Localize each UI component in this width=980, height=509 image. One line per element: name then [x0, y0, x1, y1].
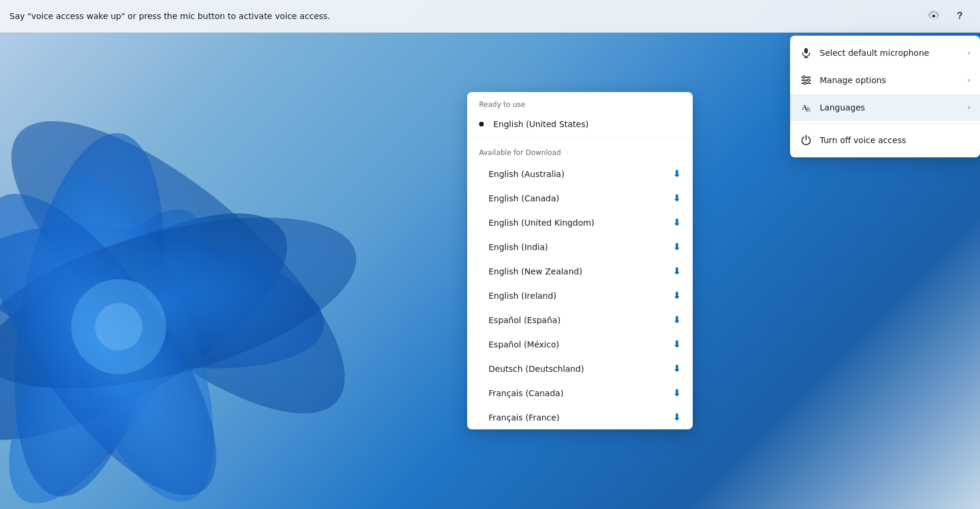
download-language-name: English (Canada): [489, 194, 559, 203]
download-language-name: Français (France): [489, 413, 560, 422]
download-language-name: English (New Zealand): [489, 267, 582, 276]
languages-svg: A あ: [801, 102, 811, 113]
active-bullet: [479, 122, 484, 127]
download-item-english-australia[interactable]: English (Australia) ⬇: [467, 162, 693, 186]
download-language-name: English (Australia): [489, 169, 564, 179]
svg-point-18: [804, 82, 806, 84]
download-item-english-nz[interactable]: English (New Zealand) ⬇: [467, 259, 693, 283]
menu-item-manage-options[interactable]: Manage options ›: [790, 67, 980, 94]
manage-options-label: Manage options: [820, 75, 960, 85]
svg-point-17: [807, 79, 810, 81]
download-icon: ⬇: [673, 363, 681, 374]
download-item-francais-canada[interactable]: Français (Canada) ⬇: [467, 381, 693, 405]
help-button[interactable]: ?: [949, 5, 971, 27]
turn-off-label: Turn off voice access: [820, 135, 971, 145]
languages-icon: A あ: [800, 101, 813, 114]
settings-button[interactable]: [923, 5, 944, 27]
languages-label: Languages: [820, 103, 960, 112]
context-menu: Select default microphone › Manage optio…: [790, 36, 980, 157]
menu-item-turn-off[interactable]: Turn off voice access: [790, 127, 980, 154]
download-language-name: English (India): [489, 242, 548, 252]
bloom-wallpaper: [0, 30, 475, 505]
download-icon: ⬇: [673, 290, 681, 301]
microphone-icon: [800, 46, 813, 59]
chevron-right-icon: ›: [968, 49, 971, 57]
languages-panel: Ready to use English (United States) Ava…: [467, 92, 693, 429]
download-icon: ⬇: [673, 314, 681, 325]
top-bar-icons: ?: [923, 5, 971, 27]
download-icon: ⬇: [673, 412, 681, 423]
download-icon: ⬇: [673, 387, 681, 399]
download-item-english-canada[interactable]: English (Canada) ⬇: [467, 186, 693, 210]
ready-language-name: English (United States): [493, 119, 589, 129]
top-bar: Say "voice access wake up" or press the …: [0, 0, 980, 33]
menu-item-select-microphone[interactable]: Select default microphone ›: [790, 39, 980, 67]
svg-text:あ: あ: [805, 106, 811, 112]
download-icon: ⬇: [673, 192, 681, 204]
ready-label: Ready to use: [467, 92, 693, 113]
mic-svg: [801, 48, 811, 58]
download-item-deutsch[interactable]: Deutsch (Deutschland) ⬇: [467, 356, 693, 381]
gear-icon: [928, 10, 940, 22]
download-icon: ⬇: [673, 217, 681, 228]
download-language-name: Español (México): [489, 340, 559, 349]
menu-item-languages[interactable]: A あ Languages ›: [790, 94, 980, 121]
download-language-name: Français (Canada): [489, 388, 563, 398]
section-divider: [467, 137, 693, 138]
power-icon: [800, 134, 813, 147]
download-language-name: Deutsch (Deutschland): [489, 364, 584, 374]
download-icon: ⬇: [673, 339, 681, 350]
chevron-right-icon: ›: [968, 76, 971, 84]
manage-options-svg: [801, 75, 811, 86]
download-item-english-uk[interactable]: English (United Kingdom) ⬇: [467, 210, 693, 235]
chevron-right-icon: ›: [968, 103, 971, 112]
download-language-name: English (Ireland): [489, 291, 556, 301]
download-icon: ⬇: [673, 241, 681, 252]
download-item-english-ireland[interactable]: English (Ireland) ⬇: [467, 283, 693, 308]
download-item-francais-france[interactable]: Français (France) ⬇: [467, 405, 693, 429]
instruction-text: Say "voice access wake up" or press the …: [9, 11, 923, 21]
svg-rect-10: [804, 48, 808, 53]
help-icon: ?: [957, 11, 963, 21]
download-item-espanol-mexico[interactable]: Español (México) ⬇: [467, 332, 693, 356]
download-item-espanol-espana[interactable]: Español (España) ⬇: [467, 308, 693, 332]
download-item-english-india[interactable]: English (India) ⬇: [467, 235, 693, 259]
download-language-name: Español (España): [489, 315, 560, 325]
svg-point-9: [95, 303, 142, 350]
manage-options-icon: [800, 74, 813, 87]
select-microphone-label: Select default microphone: [820, 48, 960, 58]
menu-divider: [790, 124, 980, 124]
download-label: Available for Download: [467, 140, 693, 162]
power-svg: [801, 135, 811, 146]
download-language-name: English (United Kingdom): [489, 218, 594, 227]
ready-item-english-us[interactable]: English (United States): [467, 113, 693, 135]
download-icon: ⬇: [673, 168, 681, 179]
svg-point-16: [803, 76, 805, 78]
download-icon: ⬇: [673, 265, 681, 277]
